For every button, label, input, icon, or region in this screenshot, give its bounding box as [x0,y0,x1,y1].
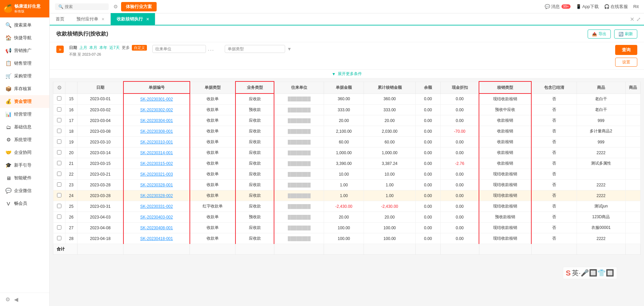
table-header: ⚙ 日期 单据编号 单据类型 业务类型 往来单位 单据金额 累计核销金额 余额 … [53,81,641,94]
row-checkbox[interactable] [57,107,61,112]
row-checkbox[interactable] [57,129,61,133]
sidebar-label-corp: 企业协同 [14,149,32,156]
cell-checkbox[interactable] [53,190,65,201]
cell-checkbox[interactable] [53,223,65,233]
sidebar-item-hardware[interactable]: 🖥智能硬件 [0,172,49,184]
sidebar-item-basic[interactable]: 🗂基础信息 [0,121,49,133]
sidebar-item-finance[interactable]: 💰资金管理 [0,95,49,108]
cell-checkbox[interactable] [53,158,65,169]
cell-billno[interactable]: SK-20230418-001 [123,233,190,244]
cell-checkbox[interactable] [53,115,65,126]
cell-goods: 2222 [577,147,625,158]
cell-checkbox[interactable] [53,180,65,190]
cell-date: 2023-03-31 [77,201,123,212]
row-checkbox[interactable] [57,182,61,187]
row-checkbox[interactable] [57,118,61,122]
filter-last-month[interactable]: 上月 [79,45,87,51]
cell-billno[interactable]: SK-20230331-002 [123,201,190,212]
row-checkbox[interactable] [57,150,61,155]
cell-billno[interactable]: SK-20230315-002 [123,158,190,169]
cell-billno[interactable]: SK-20230408-001 [123,223,190,233]
row-checkbox[interactable] [57,204,61,208]
sidebar-item-quicknav[interactable]: 🏠快捷导航 [0,32,49,44]
cell-settled: 否 [531,201,577,212]
sidebar-item-member[interactable]: V畅会员 [0,197,49,210]
cell-goods: 老白干 [577,94,625,105]
tab-prepay-close[interactable]: × [102,16,104,22]
row-checkbox[interactable] [57,96,61,101]
tab-writeoff[interactable]: 收款核销执行 × [111,13,155,25]
cell-billno[interactable]: SK-20230308-001 [123,126,190,137]
filter-expand-row[interactable]: ▼ 展开更多条件 [50,70,644,78]
cell-billtype: 收款单 [190,169,235,180]
cell-checkbox[interactable] [53,94,65,105]
cell-checkbox[interactable] [53,137,65,147]
cell-checkbox[interactable] [53,212,65,223]
tab-prepay[interactable]: 预付应付单 × [70,13,111,25]
sidebar-item-search[interactable]: 🔍搜索菜单 [0,19,49,32]
refresh-button[interactable]: 🔄 刷新 [614,29,637,39]
sidebar-item-wechat[interactable]: 💬企业微信 [0,184,49,197]
solution-button[interactable]: 体验行业方案 [121,2,157,11]
topbar-user[interactable]: Rit [633,4,639,9]
filter-settings-button[interactable]: 设置 [615,58,637,67]
row-checkbox[interactable] [57,161,61,165]
row-checkbox[interactable] [57,193,61,197]
filter-billtype-input[interactable] [225,45,285,53]
row-checkbox[interactable] [57,215,61,219]
tab-home[interactable]: 首页 [50,13,70,25]
filter-collapse-button[interactable]: » [56,46,64,53]
column-settings-button[interactable]: ⚙ [57,84,62,91]
filter-this-month[interactable]: 本月 [89,45,97,51]
topbar-search-icon: 🔍 [58,4,63,9]
export-button[interactable]: 📤 导出 [588,29,611,39]
row-checkbox[interactable] [57,172,61,176]
filter-billtype-chevron[interactable]: ▼ [287,46,292,52]
sidebar-item-purchase[interactable]: 🛒采购管理 [0,70,49,82]
cell-billno[interactable]: SK-20230302-002 [123,105,190,115]
cell-writeoff: -2,430.00 [364,201,416,212]
topbar-message-link[interactable]: 💬 消息 99+ [545,4,571,10]
cell-billno[interactable]: SK-20230328-002 [123,190,190,201]
cell-billno[interactable]: SK-20230321-003 [123,169,190,180]
sidebar-item-sales[interactable]: 📋销售管理 [0,57,49,70]
cell-billno[interactable]: SK-20230310-001 [123,137,190,147]
sidebar-settings-icon[interactable]: ⚙ [5,296,10,303]
topbar-app-link[interactable]: 📱 App下载 [576,4,599,10]
sidebar-item-system[interactable]: ⚙系统管理 [0,133,49,146]
cell-unit: ████████ [274,201,324,212]
query-button[interactable]: 查询 [615,45,637,55]
cell-checkbox[interactable] [53,105,65,115]
tab-writeoff-close[interactable]: × [146,16,149,22]
row-checkbox[interactable] [57,139,61,144]
filter-last7[interactable]: 近7天 [109,45,120,51]
topbar-gear-icon[interactable]: ⚙ [113,4,118,10]
cell-billno[interactable]: SK-20230328-001 [123,180,190,190]
filter-this-year[interactable]: 本年 [99,45,107,51]
cell-checkbox[interactable] [53,169,65,180]
topbar-search-input[interactable] [65,4,105,9]
cell-checkbox[interactable] [53,233,65,244]
cell-checkbox[interactable] [53,147,65,158]
th-gear[interactable]: ⚙ [53,81,65,94]
tab-expand-icon[interactable]: ⤢ [636,16,641,22]
sidebar-item-corp[interactable]: 🤝企业协同 [0,146,49,159]
cell-billno[interactable]: SK-20230314-001 [123,147,190,158]
cell-billno[interactable]: SK-20230304-001 [123,115,190,126]
filter-custom[interactable]: 自定义 [132,45,147,51]
sidebar-item-marketing[interactable]: 📢营销推广 [0,44,49,57]
cell-checkbox[interactable] [53,126,65,137]
sidebar-item-guide[interactable]: 🎓新手引导 [0,159,49,172]
topbar-service-link[interactable]: 🎧 在线客服 [604,4,628,10]
tab-close-all-icon[interactable]: ✕ [630,16,634,22]
cell-checkbox[interactable] [53,201,65,212]
cell-billno[interactable]: SK-20230301-002 [123,94,190,105]
sidebar-item-inventory[interactable]: 📦库存核算 [0,82,49,95]
sidebar-item-operation[interactable]: 📊经营管理 [0,108,49,121]
filter-unit-input[interactable] [152,45,206,53]
row-checkbox[interactable] [57,236,61,240]
sidebar-collapse-icon[interactable]: ◀ [14,296,18,303]
row-checkbox[interactable] [57,225,61,230]
cell-billno[interactable]: SK-20230403-002 [123,212,190,223]
filter-more[interactable]: 更多 [122,45,130,51]
